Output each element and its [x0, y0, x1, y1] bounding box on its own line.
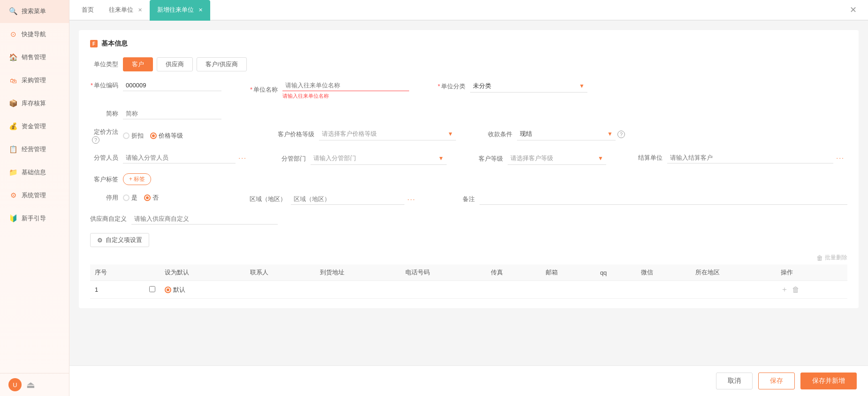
tab-new-partner-label: 新增往来单位 [157, 6, 194, 14]
sidebar-item-operation[interactable]: 📋 经营管理 [0, 138, 69, 161]
unit-category-arrow-icon: ▼ [576, 83, 587, 89]
unit-type-customer-btn[interactable]: 客户 [123, 57, 153, 71]
settlement-input[interactable] [667, 152, 833, 163]
sidebar-item-shortcut[interactable]: ⊙ 快捷导航 [0, 23, 69, 46]
row-fax [486, 281, 541, 299]
main-area: 首页 往来单位 ✕ 新增往来单位 ✕ ✕ F 基本信息 单位类型 客户 [69, 0, 868, 396]
unit-code-input[interactable] [123, 80, 221, 91]
sidebar-item-label: 搜索菜单 [22, 7, 46, 16]
field-disabled: 停用 是 否 [90, 194, 221, 202]
required-mark3: * [438, 83, 440, 90]
home-icon: 🏠 [8, 53, 18, 62]
custom-settings-button[interactable]: ⚙ 自定义项设置 [90, 233, 149, 247]
cancel-button[interactable]: 取消 [716, 373, 753, 389]
sidebar-item-search[interactable]: 🔍 搜索菜单 [0, 0, 69, 23]
payment-terms-help-icon[interactable]: ? [617, 131, 625, 138]
field-unit-name: *单位名称 请输入往来单位名称 [250, 80, 409, 100]
save-and-new-button[interactable]: 保存并新增 [800, 373, 857, 389]
supplier-custom-input[interactable] [131, 213, 278, 225]
disabled-yes-radio[interactable]: 是 [123, 194, 137, 202]
remark-input[interactable] [480, 194, 847, 205]
payment-terms-select[interactable]: 现结 ▼ [517, 128, 616, 140]
table-body: 1 默认 [90, 281, 847, 299]
supervisor-more-icon[interactable]: ··· [236, 154, 250, 162]
row-wechat [636, 281, 691, 299]
form-row-short-name: 简称 [90, 108, 847, 119]
sidebar-item-sales[interactable]: 🏠 销售管理 [0, 46, 69, 69]
short-name-input[interactable] [123, 108, 221, 119]
form-row-supplier-custom: 供应商自定义 [90, 213, 847, 225]
add-tag-button[interactable]: + 标签 [123, 173, 151, 185]
page-content: F 基本信息 单位类型 客户 供应商 客户/供应商 [69, 21, 868, 365]
section-title-basic-info: F 基本信息 [90, 39, 847, 48]
unit-name-input[interactable] [282, 80, 409, 91]
section-title-text: 基本信息 [101, 39, 128, 48]
sidebar-item-finance[interactable]: 💰 资金管理 [0, 115, 69, 138]
sidebar-item-purchase[interactable]: 🛍 采购管理 [0, 69, 69, 92]
search-icon: 🔍 [8, 7, 18, 16]
customer-price-level-value: 请选择客户价格等级 [319, 128, 445, 140]
disabled-no-radio[interactable]: 否 [144, 194, 159, 202]
discount-radio-circle [123, 132, 129, 139]
sidebar-item-basic[interactable]: 📁 基础信息 [0, 161, 69, 184]
payment-terms-arrow-icon: ▼ [604, 131, 616, 137]
field-customer-price-level: 客户价格等级 请选择客户价格等级 ▼ [278, 128, 456, 140]
row-default-radio[interactable]: 默认 [165, 286, 241, 294]
sidebar-item-newbie[interactable]: 🔰 新手引导 [0, 207, 69, 230]
field-supervisor: 分管人员 ··· [90, 152, 250, 163]
tab-new-partner[interactable]: 新增往来单位 ✕ [150, 0, 210, 21]
unit-category-select[interactable]: 未分类 ▼ [470, 80, 587, 93]
tab-partners-close[interactable]: ✕ [138, 7, 142, 13]
row-contact [245, 281, 315, 299]
table-row: 1 默认 [90, 281, 847, 299]
row-add-icon[interactable]: ＋ [781, 285, 788, 295]
window-close-button[interactable]: ✕ [843, 5, 863, 15]
batch-delete-label[interactable]: 批量删除 [825, 254, 847, 262]
row-delete-icon[interactable]: 🗑 [792, 286, 799, 294]
tab-bar: 首页 往来单位 ✕ 新增往来单位 ✕ ✕ [69, 0, 868, 21]
tab-partners[interactable]: 往来单位 ✕ [101, 0, 150, 21]
field-short-name: 简称 [90, 108, 221, 119]
department-select[interactable]: 请输入分管部门 ▼ [311, 152, 447, 165]
pricing-level-radio[interactable]: 价格等级 [150, 132, 183, 140]
remark-label: 备注 [447, 195, 480, 203]
region-input[interactable] [291, 194, 404, 205]
save-button[interactable]: 保存 [758, 373, 795, 389]
sidebar-item-system[interactable]: ⚙ 系统管理 [0, 184, 69, 207]
table-header: 序号 设为默认 联系人 到货地址 电话号码 传真 邮箱 qq 微信 所在地区 操… [90, 264, 847, 281]
region-more-icon[interactable]: ··· [404, 195, 419, 203]
pricing-help-icon[interactable]: ? [92, 136, 99, 144]
tab-new-partner-close[interactable]: ✕ [198, 7, 203, 13]
shortcut-icon: ⊙ [8, 30, 18, 39]
col-fax: 传真 [486, 264, 541, 281]
unit-name-wrap: 请输入往来单位名称 [282, 80, 409, 100]
unit-type-both-btn[interactable]: 客户/供应商 [197, 57, 247, 71]
pricing-radio-group: 折扣 价格等级 [123, 132, 183, 140]
yes-label: 是 [131, 194, 137, 202]
row-email [541, 281, 595, 299]
unit-type-supplier-btn[interactable]: 供应商 [157, 57, 193, 71]
customer-level-value: 请选择客户等级 [508, 152, 595, 164]
row-checkbox-cell [145, 281, 160, 299]
field-customer-level: 客户等级 请选择客户等级 ▼ [475, 152, 606, 165]
row-checkbox[interactable] [149, 286, 155, 292]
no-label: 否 [152, 194, 159, 202]
tab-home[interactable]: 首页 [74, 0, 101, 21]
col-contact: 联系人 [245, 264, 315, 281]
sidebar-item-inventory[interactable]: 📦 库存核算 [0, 92, 69, 115]
region-label: 区域（地区） [250, 195, 291, 203]
supervisor-input[interactable] [123, 152, 236, 163]
customer-level-select[interactable]: 请选择客户等级 ▼ [508, 152, 606, 165]
settlement-more-icon[interactable]: ··· [833, 154, 847, 162]
form-card: F 基本信息 单位类型 客户 供应商 客户/供应商 [79, 30, 859, 308]
col-index: 序号 [90, 264, 145, 281]
customer-price-level-select[interactable]: 请选择客户价格等级 ▼ [319, 128, 456, 140]
supplier-custom-label: 供应商自定义 [90, 215, 131, 223]
gear-icon: ⚙ [8, 191, 18, 200]
tab-home-label: 首页 [82, 6, 94, 14]
pricing-discount-radio[interactable]: 折扣 [123, 132, 144, 140]
sidebar-item-label: 资金管理 [22, 122, 46, 131]
level-radio-circle [150, 132, 157, 139]
pricing-label: 定价方法 ? [90, 128, 123, 144]
form-row-pricing: 定价方法 ? 折扣 价格等级 [90, 128, 847, 144]
